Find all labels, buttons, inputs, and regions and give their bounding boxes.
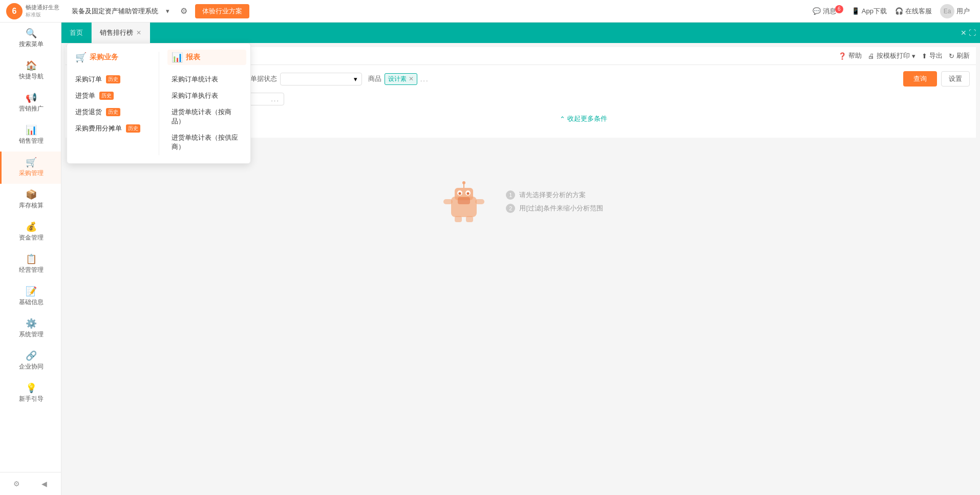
dropdown-item-incoming[interactable]: 进货单 历史 [75,88,146,104]
industry-btn[interactable]: 体验行业方案 [195,4,249,18]
basic-icon: 📝 [26,287,37,296]
refresh-action[interactable]: ↻ 刷新 [949,51,970,60]
headset-icon: 🎧 [895,7,903,15]
help-action[interactable]: ❓ 帮助 [838,51,862,60]
reports-column-title: 📊 报表 [167,50,247,65]
sidebar-item-basic[interactable]: 📝 基础信息 [0,281,61,313]
history-badge-3: 历史 [126,124,140,133]
logo-icon: 6 [6,3,23,19]
svg-rect-10 [475,199,484,204]
history-badge-0: 历史 [106,75,120,83]
purchase-icon: 🛒 [26,158,37,167]
empty-tips: 1 请先选择要分析的方案 2 用[过滤]条件来缩小分析范围 [506,190,603,213]
print-template-action[interactable]: 🖨 按模板打印 ▾ [868,51,915,60]
message-icon: 💬 [813,7,821,15]
tab-maximize-icon[interactable]: ⛶ [969,29,976,37]
top-header: 6 畅捷通好生意 标准版 装备及固定资产辅助管理系统 ▾ ⚙ 体验行业方案 💬 … [0,0,980,23]
export-action[interactable]: ⬆ 导出 [922,51,943,60]
collapse-btn[interactable]: ⌃ 收起更多条件 [560,111,607,126]
sidebar-item-quicknav[interactable]: 🏠 快捷导航 [0,55,61,87]
history-badge-2: 历史 [106,108,120,116]
bill-status-filter: 单据状态 ▾ [250,73,362,85]
empty-content: 1 请先选择要分析的方案 2 用[过滤]条件来缩小分析范围 [438,179,603,225]
sidebar-item-purchase[interactable]: 🛒 采购管理 [0,152,61,184]
finance-icon: 💰 [26,222,37,231]
sidebar-item-operation[interactable]: 📋 经营管理 [0,248,61,281]
enterprise-icon: 🔗 [26,351,37,360]
system-icon: ⚙️ [26,319,37,328]
empty-robot-illustration [438,179,489,225]
goods-filter: 商品 设计素 ✕ ... [368,73,429,85]
home-icon: 🏠 [26,61,37,70]
tab-sales-rank[interactable]: 销售排行榜 ✕ [92,23,150,43]
tab-close-icon[interactable]: ✕ [136,29,141,36]
bill-status-select[interactable]: ▾ [280,73,362,85]
online-service-action[interactable]: 🎧 在线客服 [895,7,932,16]
sidebar-settings-btn[interactable]: ⚙ [4,477,30,491]
sales-icon: 📊 [26,125,37,135]
goods-tag: 设计素 ✕ [385,73,417,85]
newguide-icon: 💡 [26,383,37,393]
sidebar-collapse-btn[interactable]: ◀ [32,477,57,491]
sidebar-item-system[interactable]: ⚙️ 系统管理 [0,313,61,345]
svg-rect-12 [466,216,473,222]
phone-icon: 📱 [851,7,860,15]
tab-home[interactable]: 首页 [61,23,92,43]
svg-point-8 [462,181,465,184]
avatar: Ea [940,4,954,18]
reports-column: 📊 报表 采购订单统计表 采购订单执行表 进货单统计表（按商品） 进货单统计表（… [172,52,243,155]
sidebar-item-sales[interactable]: 📊 销售管理 [0,119,61,152]
svg-rect-9 [443,199,453,204]
dropdown-item-purchase-order-stat[interactable]: 采购订单统计表 [172,71,243,88]
dropdown-item-incoming-stat-goods[interactable]: 进货单统计表（按商品） [172,104,243,130]
refresh-icon: ↻ [949,52,954,60]
sidebar-item-enterprise[interactable]: 🔗 企业协同 [0,345,61,377]
logo-text: 畅捷通好生意 [26,4,59,11]
inventory-icon: 📦 [26,190,37,199]
search-icon: 🔍 [26,29,37,38]
sidebar-item-newguide[interactable]: 💡 新手引导 [0,377,61,410]
tip-number-2: 2 [506,204,515,213]
message-action[interactable]: 💬 消息 6 [813,7,843,16]
dropdown-item-incoming-stat-supplier[interactable]: 进货单统计表（按供应商） [172,130,243,155]
goods-tag-remove[interactable]: ✕ [409,75,414,82]
dropdown-item-incoming-return[interactable]: 进货退货 历史 [75,104,146,120]
dropdown-divider [159,52,159,155]
collapse-up-icon: ⌃ [560,115,565,123]
print-dropdown-icon[interactable]: ▾ [912,52,915,60]
purchase-dropdown-menu: 🛒 采购业务 采购订单 历史 进货单 历史 进货退货 历史 采购费用分摊单 历史… [67,43,251,164]
sidebar-item-inventory[interactable]: 📦 库存核算 [0,184,61,216]
app-download-action[interactable]: 📱 App下载 [851,7,887,16]
marketing-icon: 📢 [26,93,37,102]
sidebar-item-finance[interactable]: 💰 资金管理 [0,216,61,248]
tabs-right: ✕ ⛶ [956,23,980,43]
header-right: 💬 消息 6 📱 App下载 🎧 在线客服 Ea 用户 [813,4,970,18]
query-button[interactable]: 查询 [903,71,937,87]
header-settings-icon[interactable]: ⚙ [177,4,191,18]
svg-rect-11 [455,216,462,222]
dropdown-item-purchase-order-exec[interactable]: 采购订单执行表 [172,88,243,104]
print-icon: 🖨 [868,52,875,60]
help-icon: ❓ [838,52,846,60]
logo-badge: 标准版 [26,11,59,18]
collapse-area: ⌃ 收起更多条件 [197,111,970,126]
user-action[interactable]: Ea 用户 [940,4,970,18]
salesperson-dots[interactable]: ... [271,95,280,103]
dropdown-item-purchase-order[interactable]: 采购订单 历史 [75,71,146,88]
logo-area: 6 畅捷通好生意 标准版 [6,3,68,19]
settings-button[interactable]: 设置 [941,71,970,87]
select-arrow-icon: ▾ [354,75,357,83]
system-title: 装备及固定资产辅助管理系统 [72,7,158,16]
notif-badge: 6 [835,5,843,13]
tip-number-1: 1 [506,190,515,200]
purchase-title-icon: 🛒 [75,52,87,63]
goods-more-dots[interactable]: ... [420,75,429,83]
tab-close-window-icon[interactable]: ✕ [961,29,967,37]
sidebar-item-search[interactable]: 🔍 搜索菜单 [0,23,61,55]
sidebar-item-marketing[interactable]: 📢 营销推广 [0,87,61,119]
history-badge-1: 历史 [99,92,114,100]
system-dropdown-btn[interactable]: ▾ [162,6,173,16]
empty-tip-2: 2 用[过滤]条件来缩小分析范围 [506,204,603,213]
dropdown-item-purchase-expense[interactable]: 采购费用分摊单 历史 [75,120,146,137]
purchase-column-title: 🛒 采购业务 [75,52,146,65]
